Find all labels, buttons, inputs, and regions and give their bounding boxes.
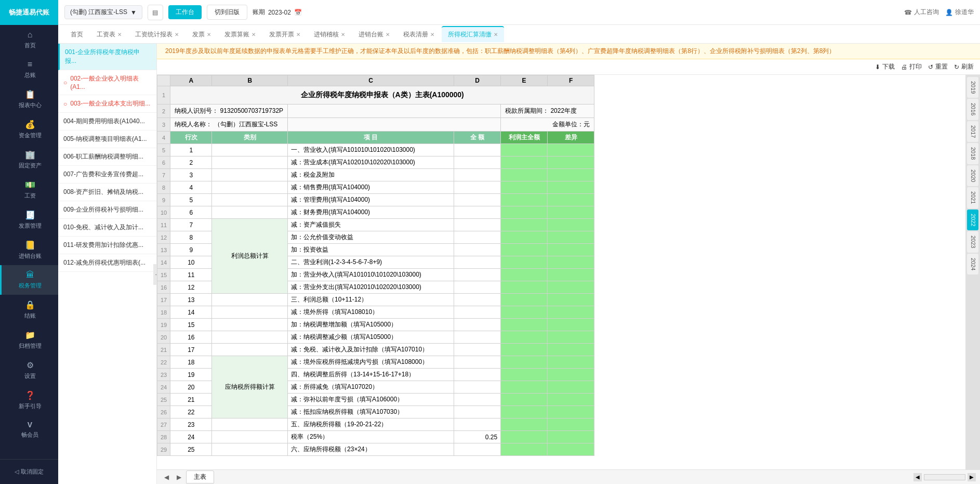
year-2017[interactable]: 2017	[967, 121, 978, 142]
calendar-icon[interactable]: 📅	[294, 9, 302, 16]
currency-cell: 金额单位：元	[501, 118, 594, 132]
tab-salary-close[interactable]: ✕	[117, 32, 122, 37]
tab-sales-check-label: 进销稽核	[314, 30, 339, 39]
scroll-bar[interactable]	[924, 474, 965, 480]
col-b-header: B	[212, 75, 288, 86]
user-service-label: 人工咨询	[914, 8, 939, 17]
sidebar-item-archive[interactable]: 📁 归档管理	[0, 325, 58, 355]
right-content: 2019年度步及取以前年度延续数据的申报表单元格需要手工维护正确，才能保证本年及…	[157, 44, 980, 484]
tab-invoice-close[interactable]: ✕	[207, 32, 211, 37]
left-panel-item-006[interactable]: 006-职工薪酬纳税调整明细...	[58, 148, 156, 166]
tab-invoice-calc[interactable]: 发票算账 ✕	[218, 26, 262, 42]
year-2024[interactable]: 2024	[967, 254, 978, 274]
tab-salary-stats-close[interactable]: ✕	[175, 32, 179, 37]
item-010-label: 010-免税、减计收入及加计...	[63, 223, 143, 232]
sidebar-item-guide[interactable]: ❓ 新手引导	[0, 385, 58, 415]
year-2020[interactable]: 2020	[967, 165, 978, 186]
switch-old-button[interactable]: 切到旧版	[207, 5, 247, 20]
sidebar-item-report[interactable]: 📋 报表中心	[0, 84, 58, 114]
settings-icon: ⚙	[27, 360, 34, 370]
col-quane-header: 全 额	[454, 132, 501, 144]
sidebar-item-home[interactable]: ⌂ 首页	[0, 25, 58, 55]
sales-icon: 📒	[25, 240, 35, 250]
refresh-button[interactable]: ↻ 刷新	[954, 62, 974, 71]
tab-income-tax-close[interactable]: ✕	[494, 32, 498, 37]
avatar-icon: 👤	[945, 9, 953, 16]
scroll-left-btn[interactable]: ◀	[913, 473, 922, 481]
tab-invoice-open[interactable]: 发票开票 ✕	[263, 26, 307, 42]
table-row: 7 3 减：税金及附加	[157, 169, 594, 181]
taxpayer-name-value: （勾删）江西服宝-LSS	[214, 121, 278, 128]
left-panel-item-003[interactable]: ○ 003-一般企业成本支出明细...	[58, 95, 156, 113]
workbench-button[interactable]: 工作台	[168, 5, 202, 19]
app-logo: 畅捷通易代账	[0, 0, 58, 25]
nav-tabs: 首页 工资表 ✕ 工资统计报表 ✕ 发票 ✕ 发票算账 ✕ 发票开票 ✕ 进销稽…	[58, 25, 980, 44]
doc-icon-btn[interactable]: ▤	[148, 5, 163, 20]
left-panel-item-004[interactable]: 004-期间费用明细表(A1040...	[58, 113, 156, 130]
year-2022[interactable]: 2022	[967, 210, 978, 230]
download-label: 下载	[882, 62, 895, 71]
unpin-button[interactable]: ◁ 取消固定	[0, 464, 58, 480]
sidebar-item-general[interactable]: ≡ 总账	[0, 55, 58, 84]
reset-button[interactable]: ↺ 重置	[928, 62, 948, 71]
table-row: 9 5 减：管理费用(填写A104000)	[157, 194, 594, 206]
print-button[interactable]: 🖨 打印	[901, 62, 922, 71]
doc-icon: ▤	[152, 9, 158, 16]
tab-invoice-calc-close[interactable]: ✕	[251, 32, 256, 37]
toolbar: ⬇ 下载 🖨 打印 ↺ 重置 ↻ 刷新	[157, 59, 980, 75]
member-icon: V	[28, 421, 32, 429]
year-panel: 2019 2016 2017 2018 2020 2021 2022 2023 …	[965, 75, 980, 469]
sheet-tabs: ◀ ▶ 主表 ◀ ▶	[157, 469, 980, 484]
sidebar-item-fund[interactable]: 💰 资金管理	[0, 114, 58, 145]
sidebar-item-general-label: 总账	[24, 71, 36, 79]
left-panel-item-012[interactable]: 012-减免所得税优惠明细表(...	[58, 254, 156, 272]
sidebar-item-invoice[interactable]: 🧾 发票管理	[0, 205, 58, 235]
sheet-tab-main[interactable]: 主表	[186, 470, 214, 483]
year-2016[interactable]: 2016	[967, 99, 978, 120]
tab-sales-check[interactable]: 进销稽核 ✕	[308, 26, 351, 42]
tab-home[interactable]: 首页	[64, 26, 89, 42]
table-row: 10 6 减：财务费用(填写A104000)	[157, 206, 594, 219]
year-2018[interactable]: 2018	[967, 143, 978, 164]
sidebar-item-tax[interactable]: 🏛 税务管理	[0, 265, 58, 295]
sidebar-item-settings[interactable]: ⚙ 设置	[0, 355, 58, 385]
left-panel-item-008[interactable]: 008-资产折旧、摊销及纳税...	[58, 184, 156, 201]
year-2021[interactable]: 2021	[967, 187, 978, 208]
tab-sales-account-close[interactable]: ✕	[386, 32, 390, 37]
sidebar-item-sales[interactable]: 📒 进销台账	[0, 235, 58, 265]
year-2019[interactable]: 2019	[967, 77, 978, 98]
sidebar-item-member[interactable]: V 畅会员	[0, 415, 58, 444]
left-panel-item-009[interactable]: 009-企业所得税补亏损明细...	[58, 201, 156, 219]
item-003-label: 003-一般企业成本支出明细...	[70, 99, 150, 108]
tab-sales-account[interactable]: 进销台账 ✕	[352, 26, 396, 42]
download-button[interactable]: ⬇ 下载	[875, 62, 895, 71]
tab-sales-check-close[interactable]: ✕	[341, 32, 345, 37]
tab-salary-stats[interactable]: 工资统计报表 ✕	[129, 26, 185, 42]
scroll-right-btn[interactable]: ▶	[968, 473, 976, 481]
sidebar-item-salary[interactable]: 💵 工资	[0, 175, 58, 205]
user-service[interactable]: ☎ 人工咨询	[904, 8, 939, 17]
left-panel-item-001[interactable]: 001-企业所得税年度纳税申报...	[58, 44, 156, 70]
tab-invoice[interactable]: 发票 ✕	[186, 26, 217, 42]
tab-invoice-open-close[interactable]: ✕	[296, 32, 300, 37]
tab-salary[interactable]: 工资表 ✕	[90, 26, 128, 42]
sidebar-item-fund-label: 资金管理	[19, 132, 42, 139]
left-panel-item-007[interactable]: 007-广告费和业务宣传费超...	[58, 166, 156, 184]
tab-income-tax[interactable]: 所得税汇算清缴 ✕	[442, 26, 504, 42]
left-panel-item-011[interactable]: 011-研发费用加计扣除优惠...	[58, 237, 156, 254]
col-c-header: C	[288, 75, 454, 86]
left-panel-item-002[interactable]: ○ 002-一般企业收入明细表(A1...	[58, 70, 156, 95]
sheet-nav-left[interactable]: ◀	[161, 472, 171, 482]
year-2023[interactable]: 2023	[967, 231, 978, 252]
tab-tax-clear-close[interactable]: ✕	[430, 32, 434, 37]
company-selector[interactable]: (勾删) 江西服宝-LSS ▼	[64, 5, 142, 19]
sidebar-item-asset[interactable]: 🏢 固定资产	[0, 145, 58, 175]
panel-collapse-button[interactable]: ◀	[153, 264, 157, 285]
left-panel-item-005[interactable]: 005-纳税调整项目明细表(A1...	[58, 130, 156, 148]
left-panel-item-010[interactable]: 010-免税、减计收入及加计...	[58, 219, 156, 237]
tab-tax-clear[interactable]: 税表清册 ✕	[397, 26, 441, 42]
unpin-label: 取消固定	[21, 468, 44, 476]
sidebar-item-close[interactable]: 🔒 结账	[0, 295, 58, 325]
sheet-nav-right[interactable]: ▶	[174, 472, 184, 482]
content-area: 001-企业所得税年度纳税申报... ○ 002-一般企业收入明细表(A1...…	[58, 44, 980, 484]
